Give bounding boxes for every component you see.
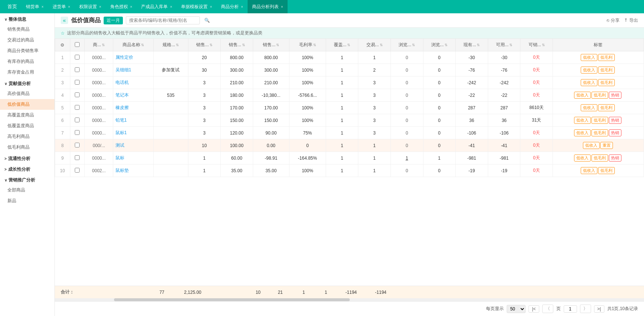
col-available[interactable]: 可用...⇅: [488, 39, 520, 51]
cell-checkbox[interactable]: [70, 127, 85, 139]
cell-name[interactable]: 笔记本: [113, 89, 153, 102]
cell-checkbox[interactable]: [70, 51, 85, 64]
sidebar-item-stock-capital[interactable]: 库存资金占用: [0, 67, 54, 78]
sidebar-group-marketing[interactable]: ∨ 营销推广分析: [0, 174, 54, 185]
prev-page-button[interactable]: 〈: [542, 305, 553, 313]
sidebar-item-sales-products[interactable]: 销售类商品: [0, 24, 54, 35]
page-size-select[interactable]: 50 100 200: [507, 305, 526, 313]
col-code[interactable]: 商...⇅: [85, 39, 113, 51]
cell-name[interactable]: 测试: [113, 139, 153, 152]
export-button[interactable]: ⤒ 导出: [624, 17, 638, 24]
nav-product-analysis-list[interactable]: 商品分析列表 ×: [248, 0, 288, 13]
row-checkbox[interactable]: [75, 118, 80, 122]
nav-role-auth[interactable]: 角色授权 ×: [106, 0, 137, 13]
row-checkbox[interactable]: [75, 105, 80, 110]
sidebar-group-overall[interactable]: ∨ 整体信息: [0, 13, 54, 24]
nav-permissions[interactable]: 权限设置 ×: [75, 0, 106, 13]
col-trade[interactable]: 交易...⇅: [358, 39, 391, 51]
cell-name[interactable]: 吴细细1: [113, 64, 153, 77]
row-checkbox[interactable]: [75, 80, 80, 85]
nav-product-analysis[interactable]: 商品分析 ×: [217, 0, 248, 13]
nav-template-settings[interactable]: 单据模板设置 ×: [177, 0, 217, 13]
sidebar-group-contribution[interactable]: ∨ 贡献值分析: [0, 78, 54, 88]
cell-trade: 3: [358, 102, 391, 114]
first-page-button[interactable]: |<: [529, 305, 539, 313]
col-view1[interactable]: 浏览...⇅: [390, 39, 423, 51]
sidebar-item-low-value[interactable]: 低价值商品: [0, 99, 54, 110]
cell-checkbox[interactable]: [70, 77, 85, 89]
cell-name[interactable]: 电话机: [113, 77, 153, 89]
sidebar-item-new-products[interactable]: 新品: [0, 196, 54, 206]
cell-checkbox[interactable]: [70, 152, 85, 164]
cell-checkbox[interactable]: [70, 64, 85, 77]
nav-home[interactable]: 首页: [3, 0, 21, 13]
nav-close-sales-order[interactable]: ×: [41, 5, 44, 9]
sidebar-item-stock-products[interactable]: 有库存的商品: [0, 56, 54, 67]
cell-tags: 低收入低毛利: [553, 164, 644, 177]
col-margin[interactable]: 毛利率⇅: [289, 39, 326, 51]
col-view2[interactable]: 浏览...⇅: [423, 39, 456, 51]
row-checkbox[interactable]: [75, 143, 80, 147]
cell-name[interactable]: 鼠标1: [113, 127, 153, 139]
nav-close-permissions[interactable]: ×: [99, 5, 101, 9]
sidebar-item-high-value[interactable]: 高价值商品: [0, 88, 54, 99]
sidebar-group-growth[interactable]: > 成长性分析: [0, 163, 54, 174]
nav-sales-order[interactable]: 销货单 ×: [21, 0, 48, 13]
cell-name[interactable]: 鼠标: [113, 152, 153, 164]
col-name[interactable]: 商品名称⇅: [113, 39, 153, 51]
cell-checkbox[interactable]: [70, 114, 85, 127]
col-current[interactable]: 现有...⇅: [456, 39, 488, 51]
sidebar-item-low-margin[interactable]: 低毛利商品: [0, 142, 54, 153]
col-cost[interactable]: 销售...⇅: [253, 39, 289, 51]
nav-close-role-auth[interactable]: ×: [130, 5, 133, 9]
sidebar-item-high-coverage[interactable]: 高覆盖度商品: [0, 110, 54, 120]
search-input[interactable]: [126, 16, 200, 24]
sidebar-collapse-button[interactable]: «: [61, 17, 68, 24]
row-checkbox[interactable]: [75, 92, 80, 97]
row-checkbox[interactable]: [75, 130, 80, 135]
filter-tag-recent-month[interactable]: 近一月: [104, 17, 123, 24]
row-checkbox[interactable]: [75, 55, 80, 60]
col-checkbox[interactable]: [70, 39, 85, 51]
next-page-button[interactable]: 〉: [580, 305, 591, 313]
nav-close-product-analysis-list[interactable]: ×: [281, 5, 283, 9]
col-amount[interactable]: 销售...⇅: [221, 39, 253, 51]
nav-product-storage[interactable]: 产成品入库单 ×: [137, 0, 177, 13]
nav-close-template-settings[interactable]: ×: [210, 5, 212, 9]
sidebar-item-traded-products[interactable]: 交易过的商品: [0, 35, 54, 45]
cell-checkbox[interactable]: [70, 139, 85, 152]
col-spec[interactable]: 规格...⇅: [153, 39, 188, 51]
select-all-checkbox[interactable]: [75, 42, 80, 47]
sidebar-item-low-coverage[interactable]: 低覆盖度商品: [0, 120, 54, 131]
cell-name[interactable]: 铅笔1: [113, 114, 153, 127]
row-checkbox[interactable]: [75, 155, 80, 160]
search-icon[interactable]: 🔍: [204, 18, 210, 23]
row-checkbox[interactable]: [75, 67, 80, 72]
col-qty[interactable]: 销售...⇅: [188, 39, 221, 51]
settings-icon[interactable]: ⚙: [60, 43, 64, 48]
cell-checkbox[interactable]: [70, 89, 85, 102]
last-page-button[interactable]: >|: [594, 305, 604, 313]
cell-name[interactable]: 鼠标垫: [113, 164, 153, 177]
cell-checkbox[interactable]: [70, 164, 85, 177]
sidebar-item-high-margin[interactable]: 高毛利商品: [0, 131, 54, 142]
scrollbar-thumb[interactable]: [114, 298, 350, 301]
horizontal-scrollbar[interactable]: [55, 298, 644, 301]
row-checkbox[interactable]: [75, 168, 80, 173]
sidebar-item-all-products[interactable]: 全部商品: [0, 185, 54, 196]
col-gear[interactable]: ⚙: [55, 39, 70, 51]
sidebar-item-category-sales-rate[interactable]: 商品分类销售率: [0, 45, 54, 56]
nav-close-product-analysis[interactable]: ×: [241, 5, 243, 9]
share-button[interactable]: ⎋ 分享: [607, 17, 620, 24]
sidebar-group-liquidity[interactable]: > 流通性分析: [0, 153, 54, 163]
cell-name[interactable]: 橡皮擦: [113, 102, 153, 114]
nav-close-product-storage[interactable]: ×: [170, 5, 172, 9]
col-coverage[interactable]: 覆盖...⇅: [326, 39, 358, 51]
cell-checkbox[interactable]: [70, 102, 85, 114]
page-number-input[interactable]: [564, 305, 577, 313]
cell-view1[interactable]: 1: [390, 152, 423, 164]
cell-name[interactable]: 属性定价: [113, 51, 153, 64]
nav-close-purchase-order[interactable]: ×: [68, 5, 70, 9]
nav-purchase-order[interactable]: 进货单 ×: [48, 0, 75, 13]
col-sellable[interactable]: 可销...⇅: [520, 39, 553, 51]
